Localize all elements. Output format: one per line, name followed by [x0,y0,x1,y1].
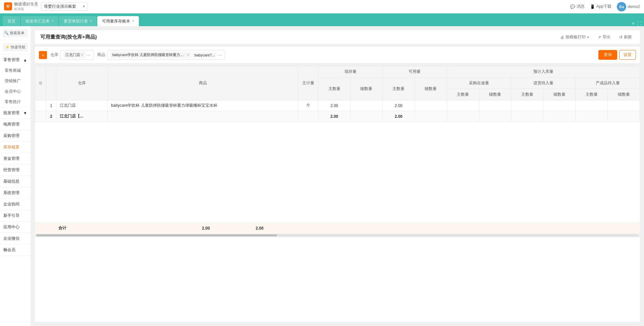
page-title: 可用量查询(按仓库+商品) [40,34,97,40]
sidebar-group-finance-title[interactable]: 资金管理 [0,153,31,164]
tab-receipts-close[interactable]: × [52,19,54,23]
warehouse-tag: 江北门店 × [63,52,85,58]
app-download-action[interactable]: 📱 App下载 [590,4,611,9]
tab-fullscreen-btn[interactable]: ⛶ [637,21,641,26]
template-print-btn[interactable]: 🖨 按模板打印 ▾ [557,33,592,41]
refresh-btn[interactable]: ↺ 刷新 [616,33,635,41]
table-footer: 合计 2.00 2.00 [35,223,640,233]
warehouse-input[interactable]: 江北门店 × ··· [60,50,94,60]
th-available-aux: 辅数量 [415,78,447,100]
content-area: 可用量查询(按仓库+商品) 🖨 按模板打印 ▾ ↗ 导出 ↺ 刷新 [31,26,644,326]
sidebar-item-retail-stats[interactable]: 零售统计 [0,97,31,107]
sidebar-group-inventory-title[interactable]: 库存核算 [0,142,31,153]
sidebar-group-purchase-label: 采购管理 [3,133,19,139]
th-current-stock: 现存量 [318,66,383,78]
sidebar-group-operations-title[interactable]: 经营管理 [0,165,31,176]
sidebar-group-system-label: 系统管理 [3,190,19,196]
sidebar-group-wholesale: 批发管理 ▼ [0,107,31,119]
message-label: 消息 [577,4,585,9]
sidebar-item-marketing[interactable]: 营销推广 [0,76,31,86]
scroll-bar-thumb[interactable] [36,234,277,236]
tab-receipts[interactable]: 收发存汇总表 × [21,16,58,26]
tab-close-all-btn[interactable]: × [632,21,635,26]
sidebar-group-changhui: 畅会员 [0,244,31,256]
sidebar-group-system-title[interactable]: 系统管理 [0,187,31,198]
search-menu-button[interactable]: 🔍 搜索菜单 [3,29,28,37]
th-available: 可用量 [382,66,447,78]
message-icon: 💬 [570,4,575,9]
tab-bar: 首页 收发存汇总表 × 要货单统计表 × 可用量库存账本 × × ⛶ [0,13,644,26]
sidebar-group-purchase-title[interactable]: 采购管理 [0,130,31,141]
user-action[interactable]: Ea demo2 [617,2,640,11]
sidebar-group-purchase: 采购管理 [0,130,31,142]
sidebar-group-enterprise-title[interactable]: 企业协同 [0,199,31,210]
quick-nav-button[interactable]: ⚡ 快捷导航 [3,43,28,51]
sidebar-item-retail-shop[interactable]: 零售商城 [0,65,31,76]
refresh-label: 刷新 [624,34,632,40]
filter-actions: 查询 设置 [598,50,636,60]
filter-expand-btn[interactable]: » [39,51,47,59]
sidebar-group-newbie-title[interactable]: 新手引导 [0,210,31,221]
sidebar-group-newbie: 新手引导 [0,210,31,222]
scroll-bar-area[interactable] [35,233,640,237]
sidebar-group-ecommerce-title[interactable]: 电商管理 [0,119,31,130]
td-incoming-aux-group [543,111,576,122]
data-table: ⚙ 仓库 商品 主计量 现存量 可用量 预计入库量 主数量 辅数 [35,66,640,122]
logo-sub: 标准版 [14,7,38,11]
tab-orders[interactable]: 要货单统计表 × [59,16,97,26]
tab-inventory[interactable]: 可用量库存账本 × [97,16,139,26]
td-incoming-aux [543,100,576,111]
product-input[interactable]: babycare学饮杯 儿童防摔防撞吸管杯重力球吸嘴杯宝宝水杯 × babyca… [107,50,225,60]
avatar-initials: Ea [620,5,624,9]
warehouse-tag-close[interactable]: × [81,53,83,57]
product-tag-1-close[interactable]: × [187,53,189,57]
td-purchase-transit-main-group [447,111,479,122]
top-bar-left: 好 畅捷通好生意 标准版 母婴行业演示账套 ▾ [4,2,88,11]
sidebar-group-basic-title[interactable]: 基础信息 [0,176,31,187]
sidebar-group-appcenter-title[interactable]: 应用中心 [0,222,31,233]
page-wrapper: 可用量查询(按仓库+商品) 🖨 按模板打印 ▾ ↗ 导出 ↺ 刷新 [31,26,644,326]
sidebar-group-newbie-label: 新手引导 [3,213,19,219]
export-btn[interactable]: ↗ 导出 [595,33,613,41]
td-produced-aux-group [608,111,640,122]
sidebar-group-changhui-title[interactable]: 畅会员 [0,244,31,255]
logo-text-group: 畅捷通好生意 标准版 [14,2,38,11]
td-current-main: 2.00 [318,100,351,111]
sidebar-group-changhui-label: 畅会员 [3,247,15,253]
sidebar-group-basic: 基础信息 [0,176,31,187]
query-button[interactable]: 查询 [598,50,617,60]
th-forecast-in: 预计入库量 [447,66,640,78]
sidebar-quicknav-section: ⚡ 快捷导航 [0,40,31,54]
td-produced-main [576,100,608,111]
th-settings: ⚙ [35,66,46,100]
td-produced-aux [608,100,640,111]
settings-button[interactable]: 设置 [619,50,636,60]
td-purchase-transit-aux [479,100,511,111]
sidebar-group-retail-title[interactable]: 零售管理 ▲ [0,54,31,65]
tab-orders-label: 要货单统计表 [64,18,88,24]
sidebar-group-wholesale-title[interactable]: 批发管理 ▼ [0,107,31,119]
top-bar: 好 畅捷通好生意 标准版 母婴行业演示账套 ▾ 💬 消息 📱 App下载 Ea … [0,0,644,13]
tab-home[interactable]: 首页 [3,16,20,26]
message-action[interactable]: 💬 消息 [570,4,585,9]
main-layout: 🔍 搜索菜单 ⚡ 快捷导航 零售管理 ▲ 零售商城 营销推广 会员中心 零售统计… [0,26,644,326]
th-main-unit: 主计量 [298,66,318,100]
th-available-main: 主数量 [382,78,415,100]
th-produced-main: 主数量 [576,89,608,100]
tab-orders-close[interactable]: × [90,19,92,23]
th-purchase-transit-main: 主数量 [447,89,479,100]
sidebar: 🔍 搜索菜单 ⚡ 快捷导航 零售管理 ▲ 零售商城 营销推广 会员中心 零售统计… [0,26,31,326]
sidebar-group-wechat-title[interactable]: 企业微信 [0,233,31,244]
tab-home-label: 首页 [7,18,15,24]
scroll-bar-track [36,234,639,236]
td-product: babycare学饮杯 儿童防摔防撞吸管杯重力球吸嘴杯宝宝水杯 [108,100,298,111]
tab-inventory-close[interactable]: × [132,19,134,23]
gear-icon[interactable]: ⚙ [39,81,43,86]
industry-selector-label: 母婴行业演示账套 [44,4,76,9]
industry-selector[interactable]: 母婴行业演示账套 ▾ [41,2,88,11]
th-produced: 产成品待入量 [576,78,640,89]
sidebar-item-members[interactable]: 会员中心 [0,86,31,97]
mobile-icon: 📱 [590,4,595,9]
sidebar-group-operations: 经营管理 [0,165,31,176]
logo-icon: 好 [4,2,12,10]
